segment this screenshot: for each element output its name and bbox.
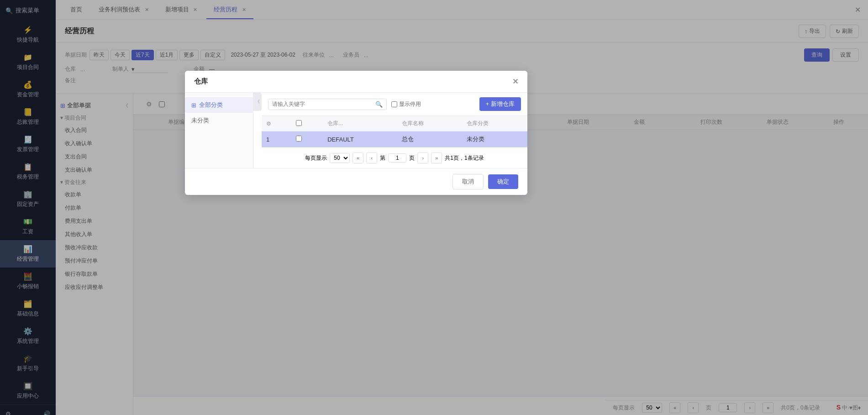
modal-page-label: 页 <box>409 154 415 162</box>
show-disabled-checkbox[interactable] <box>391 101 397 107</box>
modal-body: ⊞ 全部分类 未分类 《 🔍 显示停用 <box>185 93 527 168</box>
col-settings: ⚙ <box>262 116 291 131</box>
row-code: DEFAULT <box>323 131 397 147</box>
modal-current-page[interactable] <box>388 153 406 163</box>
row-check[interactable] <box>291 131 323 147</box>
row-name: 总仓 <box>397 131 463 147</box>
modal-per-page-label: 每页显示 <box>305 154 327 162</box>
modal-search-toolbar: 🔍 显示停用 + 新增仓库 <box>262 93 527 116</box>
modal-left-panel: ⊞ 全部分类 未分类 <box>185 93 253 168</box>
warehouse-search-input[interactable] <box>272 101 373 107</box>
confirm-button[interactable]: 确定 <box>488 174 518 189</box>
row-num: 1 <box>262 131 291 147</box>
category-all[interactable]: ⊞ 全部分类 <box>185 97 253 113</box>
warehouse-search-icon[interactable]: 🔍 <box>375 101 383 108</box>
show-disabled-text: 显示停用 <box>399 100 421 108</box>
col-name: 仓库名称 <box>397 116 463 131</box>
show-disabled-label[interactable]: 显示停用 <box>391 100 421 108</box>
modal-right-panel: 🔍 显示停用 + 新增仓库 ⚙ 仓库... 仓库名称 <box>262 93 527 168</box>
cancel-button[interactable]: 取消 <box>452 174 484 189</box>
add-warehouse-button[interactable]: + 新增仓库 <box>479 97 521 111</box>
modal-pagination: 每页显示 50 « ‹ 第 页 › » 共1页，1条记录 <box>262 147 527 168</box>
modal-collapse-btn[interactable]: 《 <box>253 93 262 111</box>
collapse-icon: 《 <box>255 99 260 105</box>
unclassified-label: 未分类 <box>191 117 209 124</box>
row-checkbox[interactable] <box>296 136 302 142</box>
modal-table-header: ⚙ 仓库... 仓库名称 仓库分类 <box>262 116 527 131</box>
search-input-wrap: 🔍 <box>268 99 387 110</box>
modal-page-label-pre: 第 <box>380 154 385 162</box>
modal-table: ⚙ 仓库... 仓库名称 仓库分类 1 DEFAULT 总仓 <box>262 116 527 147</box>
category-unclassified[interactable]: 未分类 <box>185 113 253 128</box>
modal-header: 仓库 ✕ <box>185 71 527 93</box>
table-row[interactable]: 1 DEFAULT 总仓 未分类 <box>262 131 527 147</box>
modal-left-wrapper: ⊞ 全部分类 未分类 《 <box>185 93 262 168</box>
modal-prev-page[interactable]: ‹ <box>366 152 377 163</box>
col-code: 仓库... <box>323 116 397 131</box>
modal-overlay <box>0 0 868 415</box>
modal-footer: 取消 确定 <box>185 168 527 195</box>
col-category: 仓库分类 <box>462 116 527 131</box>
modal-next-page[interactable]: › <box>417 152 428 163</box>
warehouse-modal: 仓库 ✕ ⊞ 全部分类 未分类 《 🔍 <box>185 71 527 195</box>
row-category: 未分类 <box>462 131 527 147</box>
col-check <box>291 116 323 131</box>
modal-title: 仓库 <box>194 77 208 86</box>
grid-cat-icon: ⊞ <box>191 102 196 109</box>
modal-total-info: 共1页，1条记录 <box>445 154 484 162</box>
modal-close-button[interactable]: ✕ <box>512 77 518 86</box>
modal-select-all[interactable] <box>296 120 302 126</box>
modal-per-page-select[interactable]: 50 <box>330 153 350 163</box>
modal-first-page[interactable]: « <box>352 152 363 163</box>
modal-last-page[interactable]: » <box>431 152 442 163</box>
category-all-label: 全部分类 <box>199 101 223 109</box>
